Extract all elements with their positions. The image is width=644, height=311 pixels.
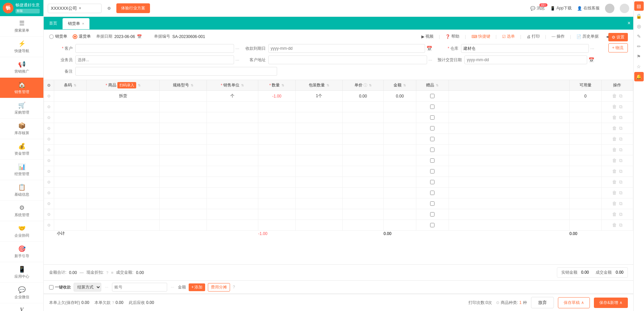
barcode-sort-icon[interactable]: ⇅ <box>74 83 76 87</box>
account-dots-icon[interactable]: ··· <box>170 285 175 289</box>
row-gift[interactable] <box>416 123 449 134</box>
sidebar-item-quick-nav[interactable]: ⚡ 快捷导航 <box>0 37 43 57</box>
row-delete-icon[interactable]: 🗑 <box>612 179 617 185</box>
row-pack-qty[interactable] <box>295 102 342 112</box>
row-unit[interactable] <box>206 155 258 166</box>
row-delete-icon[interactable]: 🗑 <box>612 104 617 109</box>
avatar[interactable] <box>605 4 614 13</box>
row-qty[interactable] <box>258 145 296 155</box>
company-settings-icon[interactable]: ⚙ <box>104 4 114 13</box>
row-gift-checkbox[interactable] <box>430 137 434 141</box>
row-qty[interactable] <box>258 123 296 134</box>
row-unit[interactable]: 个 <box>206 91 258 102</box>
row-product[interactable] <box>86 198 159 209</box>
row-amount[interactable] <box>384 155 416 166</box>
row-gift[interactable] <box>416 134 449 145</box>
row-delete-icon[interactable]: 🗑 <box>612 158 617 163</box>
calc-method-select[interactable]: 结算方式 <box>74 283 101 291</box>
row-barcode[interactable] <box>54 188 87 198</box>
row-gift[interactable] <box>416 102 449 112</box>
row-pack-qty[interactable] <box>295 112 342 123</box>
row-spec[interactable] <box>159 155 206 166</box>
online-service-button[interactable]: 👤 在线客服 <box>577 5 600 11</box>
row-product[interactable]: 拆货 <box>86 91 159 102</box>
row-barcode[interactable] <box>54 209 87 220</box>
sidebar-item-member[interactable]: V 畅会员 <box>0 303 43 311</box>
row-pack-qty[interactable] <box>295 145 342 155</box>
row-gift-checkbox[interactable] <box>430 223 434 227</box>
row-gift[interactable] <box>416 188 449 198</box>
row-barcode[interactable] <box>54 145 87 155</box>
tab-close-icon[interactable]: × <box>82 22 84 26</box>
row-settings-icon[interactable]: ⚙ <box>47 148 51 152</box>
row-unit-price[interactable] <box>342 177 383 188</box>
sidebar-item-enterprise[interactable]: 🤝 企业协同 <box>0 221 43 242</box>
row-unit-price[interactable] <box>342 112 383 123</box>
row-unit[interactable] <box>206 123 258 134</box>
row-unit[interactable] <box>206 220 258 231</box>
row-barcode[interactable] <box>54 155 87 166</box>
row-barcode[interactable] <box>54 177 87 188</box>
row-gift-checkbox[interactable] <box>430 148 434 152</box>
row-unit[interactable] <box>206 198 258 209</box>
row-product[interactable] <box>86 123 159 134</box>
warehouse-input[interactable] <box>461 44 589 53</box>
radio-sale[interactable]: 销货单 <box>49 34 67 39</box>
toolbar-history[interactable]: 📄 历史单据 <box>574 33 601 40</box>
sidebar-item-marketing[interactable]: 📢 营销推广 <box>0 57 43 78</box>
unit-sort-icon[interactable]: ⇅ <box>241 83 244 87</box>
row-unit[interactable] <box>206 112 258 123</box>
row-qty[interactable] <box>258 220 296 231</box>
row-copy-icon[interactable]: ⧉ <box>619 201 622 206</box>
expected-date-input[interactable] <box>464 55 587 64</box>
th-gear[interactable]: ⚙ <box>44 80 54 91</box>
row-gift[interactable] <box>416 155 449 166</box>
row-settings-icon[interactable]: ⚙ <box>47 94 51 99</box>
row-unit[interactable] <box>206 166 258 177</box>
row-qty[interactable] <box>258 134 296 145</box>
row-amount[interactable] <box>384 177 416 188</box>
sidebar-item-inventory[interactable]: 📦 库存核算 <box>0 119 43 139</box>
row-unit-price[interactable] <box>342 220 383 231</box>
row-delete-icon[interactable]: 🗑 <box>612 168 617 174</box>
row-unit-price[interactable]: 0.00 <box>342 91 383 102</box>
product-sort-icon[interactable]: ⇅ <box>138 83 141 87</box>
row-spec[interactable] <box>159 134 206 145</box>
row-copy-icon[interactable]: ⧉ <box>619 222 622 228</box>
row-copy-icon[interactable]: ⧉ <box>619 190 622 195</box>
right-panel-item-5[interactable]: ✏ <box>634 42 644 51</box>
row-settings-icon[interactable]: ⚙ <box>47 201 51 206</box>
row-gift[interactable] <box>416 112 449 123</box>
row-qty[interactable] <box>258 155 296 166</box>
save-draft-button[interactable]: 保存草稿 ∧ <box>558 297 590 308</box>
row-unit-price[interactable] <box>342 198 383 209</box>
row-barcode[interactable] <box>54 91 87 102</box>
avatar-second[interactable] <box>620 4 629 13</box>
row-unit-price[interactable] <box>342 209 383 220</box>
row-settings-icon[interactable]: ⚙ <box>47 223 51 228</box>
row-unit-price[interactable] <box>342 166 383 177</box>
row-product[interactable] <box>86 220 159 231</box>
row-gift[interactable] <box>416 220 449 231</box>
toolbar-help[interactable]: ❓ 帮助 <box>443 33 461 40</box>
row-pack-qty[interactable] <box>295 177 342 188</box>
row-copy-icon[interactable]: ⧉ <box>619 136 622 142</box>
row-pack-qty[interactable] <box>295 123 342 134</box>
row-gift[interactable] <box>416 166 449 177</box>
row-pack-qty[interactable] <box>295 134 342 145</box>
company-selector[interactable]: XXXXXX公司 ▼ <box>48 4 102 13</box>
row-qty[interactable] <box>258 102 296 112</box>
row-unit[interactable] <box>206 134 258 145</box>
row-gift-checkbox[interactable] <box>430 105 434 109</box>
row-unit[interactable] <box>206 209 258 220</box>
row-spec[interactable] <box>159 91 206 102</box>
row-pack-qty[interactable] <box>295 166 342 177</box>
tab-sales-order[interactable]: 销货单 × <box>63 18 89 29</box>
row-pack-qty[interactable] <box>295 198 342 209</box>
price-sort-icon[interactable]: ⇅ <box>369 83 372 87</box>
row-barcode[interactable] <box>54 134 87 145</box>
sidebar-item-purchase[interactable]: 🛒 采购管理 <box>0 98 43 119</box>
row-gift[interactable] <box>416 177 449 188</box>
row-qty[interactable] <box>258 166 296 177</box>
row-gift-checkbox[interactable] <box>430 191 434 195</box>
